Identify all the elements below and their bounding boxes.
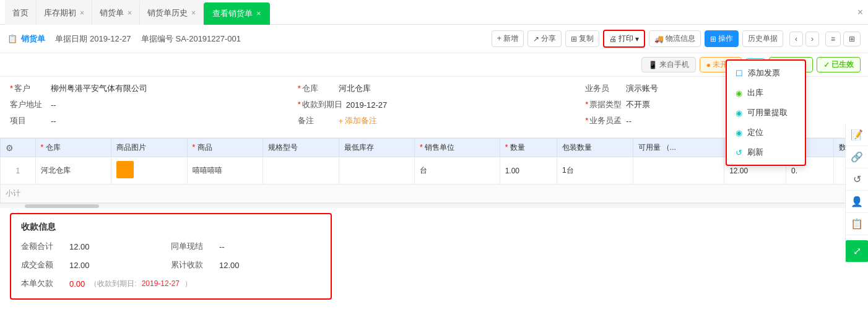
doc-icon: 📋 [7,34,17,43]
same-order-value: -- [219,242,225,251]
col-min-stock: 最低库存 [339,139,415,157]
copy-button[interactable]: ⊞ 复制 [565,30,599,47]
phone-icon: 📱 [648,61,658,69]
scroll-area [0,203,868,208]
expand-button[interactable]: ⤢ [846,240,868,263]
locate-item[interactable]: ◉ 定位 [727,123,805,142]
close-history-tab[interactable]: × [191,9,196,17]
col-quantity: * 数量 [500,139,557,157]
nav-prev-button[interactable]: ‹ [789,32,803,46]
doc-number-field: 单据编号 SA-20191227-001 [141,33,241,45]
tab-home[interactable]: 首页 [5,0,37,25]
row-pack-qty: 1台 [557,157,633,185]
add-notes-link[interactable]: + 添加备注 [339,115,378,126]
number-label: 单据编号 [141,33,173,45]
refresh-item[interactable]: ↺ 刷新 [727,142,805,162]
notes-field: 备注 + 添加备注 [298,115,571,126]
tab-sales[interactable]: 销货单 × [92,0,140,25]
tab-inventory[interactable]: 库存期初 × [37,0,92,25]
row-product: 嘻嘻嘻嘻 [187,157,263,185]
window-close-button[interactable]: × [857,7,863,18]
available-qty-item[interactable]: ◉ 可用量提取 [727,103,805,123]
doc-date-field: 单据日期 2019-12-27 [55,33,131,45]
balance-hint: （收款到期日: [90,279,136,289]
add-invoice-label: 添加发票 [748,67,780,79]
employee-label: 业务员 [585,83,622,94]
sidebar-icon-1[interactable]: 📝 [846,124,868,146]
sidebar-icon-2-glyph: 🔗 [851,151,863,163]
col-image: 商品图片 [111,139,188,157]
share-icon: ↗ [533,35,539,43]
sidebar-icon-5[interactable]: 📋 [846,213,868,235]
tab-history-label: 销货单历史 [147,7,188,19]
tab-view-sales-label: 查看销货单 [212,8,253,19]
tab-sales-label: 销货单 [100,7,124,19]
due-date-value: 2019-12-27 [346,100,388,110]
share-button[interactable]: ↗ 分享 [527,30,562,47]
employee-value: 演示账号 [626,83,658,94]
address-value: -- [51,100,56,110]
truck-icon: 🚚 [654,35,664,43]
customer-label: 客户 [10,83,47,94]
add-invoice-item[interactable]: ☐ 添加发票 [727,63,805,83]
close-view-tab[interactable]: × [256,9,261,18]
effective-button[interactable]: ✓ 已生效 [817,57,861,72]
row-unit: 台 [415,157,500,185]
close-sales-tab[interactable]: × [128,9,132,17]
close-inventory-tab[interactable]: × [80,9,84,17]
transaction-label: 成交金额 [21,259,64,271]
outbound-icon: ◉ [736,89,742,98]
settings-icon: ⚙ [6,143,14,153]
subtotal-label: 小计 [1,185,868,203]
print-dropdown-arrow: ▾ [635,35,639,43]
new-button[interactable]: + 新增 [492,30,524,47]
logistics-button[interactable]: 🚚 物流信息 [649,30,701,47]
row-available [633,157,724,185]
ticket-icon: ● [706,61,711,69]
print-button[interactable]: 🖨 打印 ▾ [603,30,645,48]
balance-row: 本单欠款 0.00 （收款到期日: 2019-12-27 ） [21,276,321,291]
history-button[interactable]: 历史单据 [742,30,783,47]
balance-date: 2019-12-27 [142,279,180,288]
operations-button[interactable]: ⊞ 操作 [705,30,739,47]
subtotal-row: 小计 [1,185,868,203]
nav-buttons: ‹ › [789,32,819,46]
salesperson-field: 业务员孟 -- [585,115,858,126]
list-view-button[interactable]: ≡ [825,32,841,46]
transaction-value: 12.00 [69,261,90,270]
row-image [111,157,188,185]
grid-view-button[interactable]: ⊞ [843,32,861,46]
doc-header: 📋 销货单 单据日期 2019-12-27 单据编号 SA-20191227-0… [0,25,868,53]
notes-label: 备注 [298,115,335,126]
scroll-thumb[interactable] [25,204,99,208]
from-phone-button[interactable]: 📱 来自手机 [641,57,696,72]
sidebar-icon-4-glyph: 👤 [851,196,863,207]
ticket-type-field: 票据类型 不开票 [585,99,858,110]
tab-view-sales[interactable]: 查看销货单 × [204,2,270,25]
ticket-type-value: 不开票 [626,99,650,110]
doc-meta: 单据日期 2019-12-27 单据编号 SA-20191227-001 [55,33,241,45]
nav-next-button[interactable]: › [805,32,819,46]
locate-icon: ◉ [736,128,742,137]
row-quantity: 1.00 [500,157,557,185]
row-num: 1 [1,157,36,185]
outbound-item[interactable]: ◉ 出库 [727,83,805,103]
sidebar-icon-5-glyph: 📋 [851,218,863,230]
total-value: 12.00 [69,242,90,251]
effective-icon: ✓ [823,61,830,69]
col-settings[interactable]: ⚙ [1,139,36,157]
tab-history[interactable]: 销货单历史 × [140,0,204,25]
doc-actions: + 新增 ↗ 分享 ⊞ 复制 🖨 打印 ▾ 🚚 物流信息 ⊞ 操作 [492,30,861,48]
sidebar-icon-4[interactable]: 👤 [846,191,868,213]
print-icon: 🖨 [609,35,617,43]
cumulative-value: 12.00 [219,261,240,270]
salesperson-value: -- [626,116,631,126]
total-row: 金额合计 12.00 [21,239,171,254]
balance-value: 0.00 [69,279,85,289]
same-order-row: 同单现结 -- [171,239,321,254]
sidebar-icon-3[interactable]: ↺ [846,168,868,191]
sidebar-icon-3-glyph: ↺ [853,173,861,185]
transaction-row: 成交金额 12.00 [21,258,171,272]
address-label: 客户地址 [10,99,47,110]
sidebar-icon-2[interactable]: 🔗 [846,146,868,168]
